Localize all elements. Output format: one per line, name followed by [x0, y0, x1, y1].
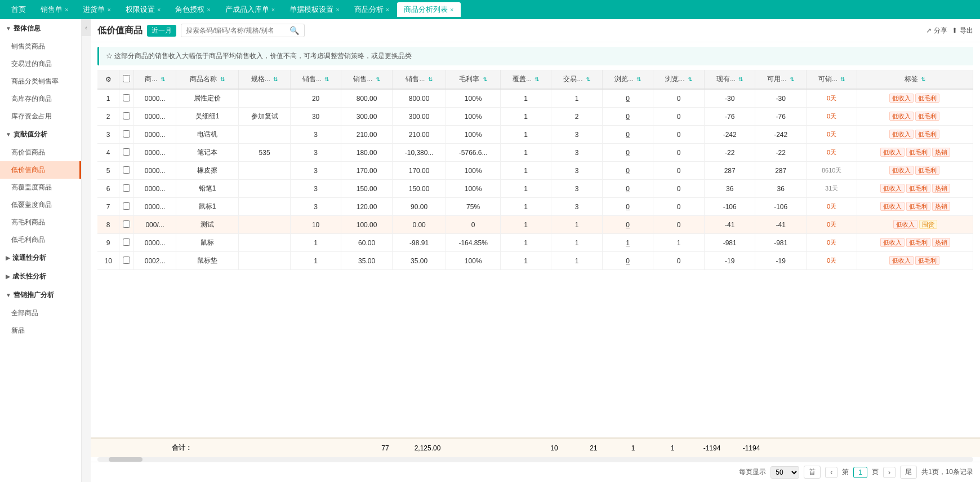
sidebar-item-capital[interactable]: 库存资金占用 [0, 108, 81, 125]
col-browse2[interactable]: 浏览... ⇅ [653, 70, 705, 89]
row-browse1[interactable]: 0 [602, 162, 653, 180]
col-s2[interactable]: 销售... ⇅ [341, 70, 393, 89]
close-icon[interactable]: × [336, 6, 339, 13]
row-checkbox-cell[interactable] [119, 180, 134, 198]
row-checkbox[interactable] [123, 202, 130, 210]
col-days[interactable]: 可销... ⇅ [806, 70, 857, 89]
col-margin[interactable]: 毛利率 ⇅ [446, 70, 501, 89]
col-browse1[interactable]: 浏览... ⇅ [602, 70, 653, 89]
row-browse1[interactable]: 0 [602, 108, 653, 126]
row-checkbox-cell[interactable] [119, 126, 134, 144]
sidebar-item-low-margin[interactable]: 低毛利商品 [0, 231, 81, 249]
browse-link[interactable]: 0 [626, 113, 630, 121]
row-checkbox[interactable] [123, 94, 130, 101]
row-checkbox-cell[interactable] [119, 162, 134, 180]
sidebar-item-all-goods[interactable]: 全部商品 [0, 304, 81, 322]
row-browse1[interactable]: 0 [602, 89, 653, 108]
close-icon[interactable]: × [271, 6, 275, 13]
close-icon[interactable]: × [157, 6, 161, 13]
col-avail[interactable]: 可用... ⇅ [755, 70, 807, 89]
per-page-select[interactable]: 50 100 [770, 466, 799, 479]
nav-home[interactable]: 首页 [5, 2, 33, 17]
search-input[interactable] [186, 26, 287, 34]
nav-permission[interactable]: 权限设置 × [119, 2, 167, 17]
row-checkbox[interactable] [123, 112, 130, 120]
scrollbar-thumb[interactable] [109, 457, 142, 462]
row-checkbox-cell[interactable] [119, 252, 134, 270]
browse-link[interactable]: 0 [626, 167, 630, 175]
sidebar-item-traded-goods[interactable]: 交易过的商品 [0, 55, 81, 73]
row-checkbox[interactable] [123, 220, 130, 228]
col-tags[interactable]: 标签 ⇅ [857, 70, 973, 89]
close-icon[interactable]: × [65, 6, 68, 13]
row-checkbox[interactable] [123, 130, 130, 138]
row-browse1[interactable]: 0 [602, 198, 653, 216]
row-checkbox[interactable] [123, 184, 130, 192]
row-checkbox-cell[interactable] [119, 144, 134, 162]
nav-goods-analysis-list[interactable]: 商品分析列表 × [397, 2, 460, 17]
sidebar-item-new-goods[interactable]: 新品 [0, 322, 81, 339]
row-checkbox[interactable] [123, 166, 130, 174]
close-icon[interactable]: × [450, 6, 453, 13]
row-checkbox[interactable] [123, 257, 130, 264]
sidebar-section-marketing[interactable]: ▼ 营销推广分析 [0, 286, 81, 304]
row-browse1[interactable]: 0 [602, 216, 653, 234]
next-page-btn[interactable]: › [883, 467, 896, 478]
row-checkbox-cell[interactable] [119, 108, 134, 126]
browse-link[interactable]: 0 [626, 95, 630, 103]
sidebar-item-high-value[interactable]: 高价值商品 [0, 144, 81, 161]
col-gear[interactable]: ⚙ [97, 70, 119, 89]
sidebar-collapse-btn[interactable]: ‹ [82, 19, 91, 36]
nav-instock[interactable]: 产成品入库单 × [219, 2, 282, 17]
sidebar-item-low-coverage[interactable]: 低覆盖度商品 [0, 196, 81, 214]
sidebar-item-sales-goods[interactable]: 销售类商品 [0, 38, 81, 55]
sidebar-item-high-margin[interactable]: 高毛利商品 [0, 214, 81, 231]
last-page-btn[interactable]: 尾 [900, 466, 917, 479]
export-btn[interactable]: ⬆ 导出 [952, 26, 973, 36]
date-tag-btn[interactable]: 近一月 [147, 25, 176, 37]
sidebar-item-category-sales[interactable]: 商品分类销售率 [0, 73, 81, 90]
first-page-btn[interactable]: 首 [804, 466, 821, 479]
select-all-checkbox[interactable] [123, 75, 130, 82]
close-icon[interactable]: × [107, 6, 110, 13]
row-browse1[interactable]: 1 [602, 234, 653, 252]
sidebar-section-overview[interactable]: ▼ 整体信息 [0, 19, 81, 38]
col-stock[interactable]: 现有... ⇅ [704, 70, 755, 89]
col-spec[interactable]: 规格... ⇅ [239, 70, 290, 89]
horizontal-scrollbar[interactable] [97, 457, 973, 462]
row-checkbox-cell[interactable] [119, 198, 134, 216]
search-icon[interactable]: 🔍 [289, 26, 299, 35]
browse-link[interactable]: 0 [626, 221, 630, 229]
share-btn[interactable]: ↗ 分享 [926, 26, 947, 36]
nav-purchase[interactable]: 进货单 × [76, 2, 117, 17]
prev-page-btn[interactable]: ‹ [825, 467, 838, 478]
browse-link[interactable]: 0 [626, 131, 630, 139]
col-s1[interactable]: 销售... ⇅ [290, 70, 341, 89]
row-checkbox-cell[interactable] [119, 89, 134, 108]
row-checkbox[interactable] [123, 238, 130, 246]
col-cover[interactable]: 覆盖... ⇅ [500, 70, 551, 89]
browse-link[interactable]: 1 [626, 239, 630, 247]
col-name[interactable]: 商品名称 ⇅ [176, 70, 239, 89]
row-checkbox[interactable] [123, 148, 130, 156]
browse-link[interactable]: 0 [626, 203, 630, 211]
col-trade[interactable]: 交易... ⇅ [551, 70, 603, 89]
nav-template[interactable]: 单据模板设置 × [283, 2, 346, 17]
table-wrapper[interactable]: ⚙ 商... ⇅ 商品名称 ⇅ 规格... ⇅ 销售... ⇅ 销售... ⇅ … [91, 70, 980, 437]
browse-link[interactable]: 0 [626, 185, 630, 193]
sidebar-section-circulation[interactable]: ▶ 流通性分析 [0, 249, 81, 267]
nav-sales[interactable]: 销售单 × [34, 2, 75, 17]
col-s3[interactable]: 销售... ⇅ [392, 70, 446, 89]
sidebar-item-low-value[interactable]: 低价值商品 [0, 161, 81, 179]
sidebar-item-high-stock[interactable]: 高库存的商品 [0, 90, 81, 108]
sidebar-section-growth[interactable]: ▶ 成长性分析 [0, 267, 81, 286]
browse-link[interactable]: 0 [626, 149, 630, 157]
sidebar-item-high-coverage[interactable]: 高覆盖度商品 [0, 179, 81, 196]
close-icon[interactable]: × [386, 6, 389, 13]
row-checkbox-cell[interactable] [119, 234, 134, 252]
row-browse1[interactable]: 0 [602, 126, 653, 144]
browse-link[interactable]: 0 [626, 257, 630, 265]
sidebar-section-contribution[interactable]: ▼ 贡献值分析 [0, 125, 81, 144]
row-browse1[interactable]: 0 [602, 144, 653, 162]
close-icon[interactable]: × [207, 6, 210, 13]
